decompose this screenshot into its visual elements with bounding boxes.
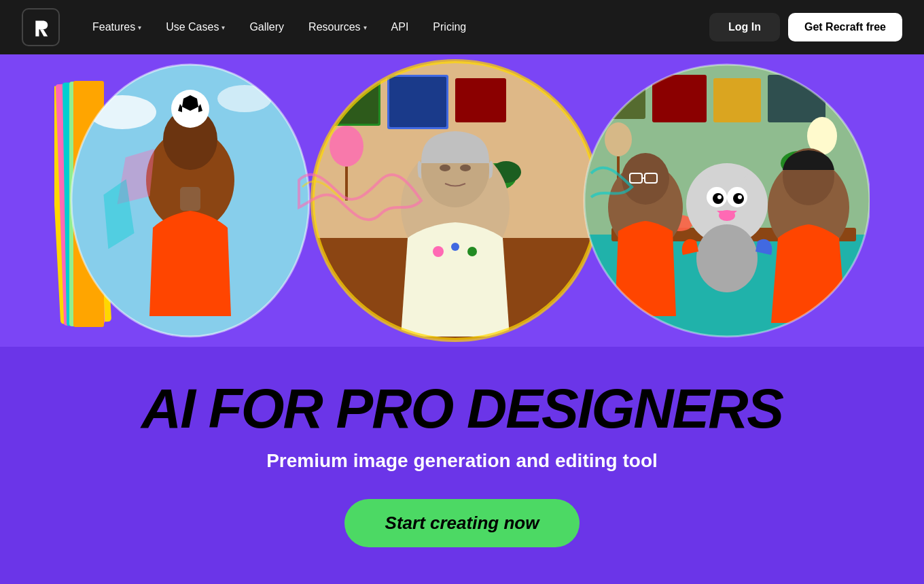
hero-title: AI FOR PRO DESIGNERS <box>41 381 883 436</box>
nav-api-label: API <box>391 21 409 33</box>
nav-features-label: Features <box>92 21 135 33</box>
hero-subtitle: Premium image generation and editing too… <box>41 450 883 472</box>
nav-gallery[interactable]: Gallery <box>238 16 295 39</box>
nav-features[interactable]: Features ▾ <box>82 16 152 39</box>
nav-resources-label: Resources <box>308 21 360 33</box>
svg-rect-23 <box>455 78 506 122</box>
svg-point-64 <box>717 195 722 199</box>
svg-point-66 <box>719 210 735 221</box>
svg-point-65 <box>738 195 742 199</box>
svg-point-28 <box>330 126 363 167</box>
chevron-down-icon: ▾ <box>221 24 225 31</box>
login-button[interactable]: Log In <box>709 13 780 41</box>
get-recraft-button[interactable]: Get Recraft free <box>788 13 902 41</box>
svg-rect-29 <box>345 167 348 201</box>
svg-point-35 <box>451 243 459 251</box>
svg-point-33 <box>460 165 471 171</box>
svg-point-36 <box>467 247 477 256</box>
svg-rect-42 <box>652 75 707 122</box>
svg-point-45 <box>605 122 632 156</box>
svg-point-34 <box>433 246 444 257</box>
navbar: Features ▾ Use Cases ▾ Gallery Resources… <box>0 0 924 54</box>
nav-pricing[interactable]: Pricing <box>422 16 477 39</box>
nav-links: Features ▾ Use Cases ▾ Gallery Resources… <box>82 16 709 39</box>
hero-collage <box>54 58 870 343</box>
svg-point-67 <box>696 224 758 292</box>
start-creating-button[interactable]: Start creating now <box>344 499 580 547</box>
svg-point-32 <box>440 165 450 171</box>
hero-text-section: AI FOR PRO DESIGNERS Premium image gener… <box>0 347 924 584</box>
logo-icon <box>30 16 52 38</box>
nav-api[interactable]: API <box>380 16 420 39</box>
hero-image-section <box>0 54 924 347</box>
nav-use-cases-label: Use Cases <box>166 21 219 33</box>
nav-actions: Log In Get Recraft free <box>709 13 902 41</box>
svg-rect-14 <box>180 187 200 211</box>
svg-rect-22 <box>389 77 446 127</box>
chevron-down-icon: ▾ <box>363 24 367 31</box>
logo[interactable] <box>22 8 60 46</box>
chevron-down-icon: ▾ <box>138 24 141 31</box>
nav-gallery-label: Gallery <box>249 21 284 33</box>
svg-rect-43 <box>713 78 761 122</box>
collage-artwork <box>54 58 870 343</box>
nav-pricing-label: Pricing <box>433 21 466 33</box>
nav-resources[interactable]: Resources ▾ <box>298 16 377 39</box>
nav-use-cases[interactable]: Use Cases ▾ <box>155 16 236 39</box>
